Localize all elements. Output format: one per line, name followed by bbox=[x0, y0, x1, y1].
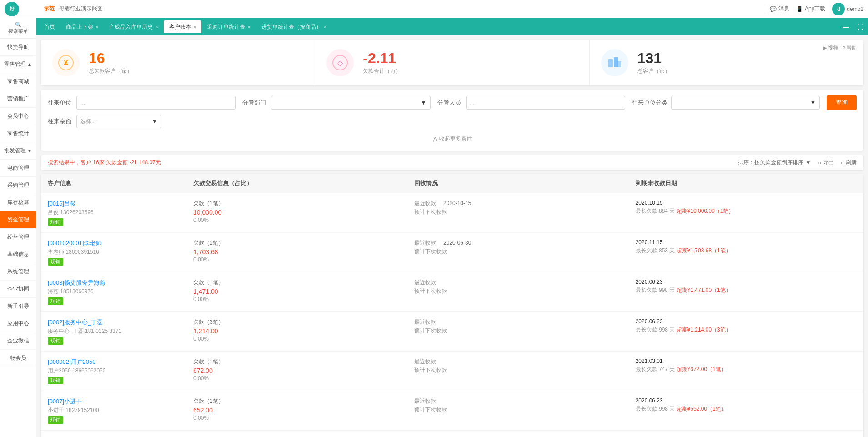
filter-row-2: 往来余额 选择... ▼ bbox=[48, 115, 857, 128]
overdue-amount-link[interactable]: 超期¥10,000.00（1笔） bbox=[677, 208, 734, 214]
filter-row-1: 往来单位 ... 分管部门 ▼ bbox=[48, 95, 857, 110]
sidebar-item-marketing[interactable]: 营销推广 bbox=[0, 90, 36, 108]
balance-label: 往来余额 bbox=[48, 117, 73, 126]
sidebar-item-quick-nav[interactable]: 快捷导航 bbox=[0, 39, 36, 56]
customer-name-link[interactable]: [0016]吕俊 bbox=[48, 200, 193, 208]
sidebar-item-purchase[interactable]: 采购管理 bbox=[0, 177, 36, 194]
collection-next: 预计下次收款 bbox=[414, 287, 635, 295]
filter-dept: 分管部门 ▼ bbox=[242, 96, 430, 110]
debt-customers-number: 16 bbox=[89, 51, 132, 65]
cell-debt-info: 欠款（1笔） 1,703.68 0.00% bbox=[193, 238, 414, 264]
tab-close-products[interactable]: × bbox=[95, 24, 98, 30]
tab-purchase-order[interactable]: 采购订单统计表 × bbox=[201, 20, 256, 33]
results-bar: 搜索结果中，客户 16家 欠款金额 -21,148.07元 排序：按欠款金额倒序… bbox=[41, 155, 863, 170]
svg-rect-4 bbox=[608, 59, 613, 67]
tab-stock-stats[interactable]: 进货单统计表（按商品） × bbox=[256, 20, 332, 33]
svg-text:◇: ◇ bbox=[337, 59, 343, 67]
overdue-amount-link[interactable]: 超期¥1,703.68（1笔） bbox=[677, 247, 731, 254]
debt-count: 欠款（1笔） bbox=[193, 358, 414, 366]
customer-name-link[interactable]: [0002]服务中心_丁磊 bbox=[48, 318, 193, 326]
sidebar-item-enterprise[interactable]: 企业协同 bbox=[0, 281, 36, 298]
sidebar-item-system[interactable]: 系统管理 bbox=[0, 263, 36, 281]
overdue-amount-link[interactable]: 超期¥1,471.00（1笔） bbox=[677, 287, 731, 293]
sidebar-item-retail-mgmt[interactable]: 零售管理 ▲ bbox=[0, 56, 36, 73]
sidebar-item-inventory[interactable]: 库存核算 bbox=[0, 194, 36, 211]
total-customers-label: 总客户（家） bbox=[637, 67, 670, 75]
from-unit-input[interactable]: ... bbox=[76, 96, 236, 110]
cell-collection: 最近收款 预计下次收款 bbox=[414, 397, 635, 415]
balance-select[interactable]: 选择... ▼ bbox=[76, 115, 161, 128]
export-btn[interactable]: ○ 导出 bbox=[818, 159, 834, 166]
overdue-days: 最长欠款 998 天 超期¥652.00（1笔） bbox=[636, 405, 857, 413]
overdue-days: 最长欠款 747 天 超期¥672.00（1笔） bbox=[636, 366, 857, 373]
stat-info-debt-customers: 16 总欠款客户（家） bbox=[89, 51, 132, 75]
sidebar-item-batch-mgmt[interactable]: 批发管理 ▼ bbox=[0, 142, 36, 160]
debt-count: 欠款（3笔） bbox=[193, 318, 414, 326]
customer-tag: 现销 bbox=[48, 297, 63, 305]
header-collection: 回收情况 bbox=[414, 178, 635, 188]
tab-close-stock-stats[interactable]: × bbox=[324, 24, 326, 30]
sidebar-item-vip[interactable]: 畅会员 bbox=[0, 350, 36, 367]
tab-customer-ledger[interactable]: 客户账本 × bbox=[164, 20, 201, 33]
cell-collection: 最近收款 2020-10-15 预计下次收款 bbox=[414, 199, 635, 217]
stat-info-debt-amount: -2.11 欠款合计（万） bbox=[363, 51, 401, 75]
customer-name-link[interactable]: [0007]小进干 bbox=[48, 397, 193, 406]
table-row: [000002]用户2050 用户2050 18665062050 现销 欠款（… bbox=[41, 352, 863, 391]
sidebar-item-finance[interactable]: 资金管理 bbox=[0, 211, 36, 229]
debt-amount-label: 欠款合计（万） bbox=[363, 67, 401, 75]
message-btn[interactable]: 💬 消息 bbox=[770, 5, 789, 13]
cell-customer-info: [0016]吕俊 吕俊 13026203696 现销 bbox=[48, 199, 193, 227]
overdue-date: 2020.06.23 bbox=[636, 397, 857, 404]
search-button[interactable]: 查询 bbox=[827, 95, 857, 110]
tab-products[interactable]: 商品上下架 × bbox=[60, 20, 104, 33]
cell-overdue: 2021.03.01 最长欠款 747 天 超期¥672.00（1笔） bbox=[636, 357, 857, 374]
chevron-down-icon: ▼ bbox=[152, 118, 157, 125]
collapse-row: ⋀ 收起更多条件 bbox=[48, 133, 857, 145]
customer-phone: 用户2050 18665062050 bbox=[48, 367, 193, 375]
cell-collection: 最近收款 预计下次收款 bbox=[414, 357, 635, 375]
collapse-btn[interactable]: ⋀ 收起更多条件 bbox=[433, 135, 472, 143]
sidebar-item-apps[interactable]: 应用中心 bbox=[0, 315, 36, 332]
overdue-amount-link[interactable]: 超期¥672.00（1笔） bbox=[677, 366, 727, 372]
sidebar-item-retail-mall[interactable]: 零售商城 bbox=[0, 73, 36, 90]
unit-category-select[interactable]: ▼ bbox=[671, 96, 820, 110]
sidebar-item-ecommerce[interactable]: 电商管理 bbox=[0, 160, 36, 177]
tab-close-production[interactable]: × bbox=[155, 24, 158, 30]
refresh-icon: ○ bbox=[841, 160, 844, 166]
chevron-down-icon: ▲ bbox=[27, 62, 32, 67]
sidebar-item-basic[interactable]: 基础信息 bbox=[0, 246, 36, 263]
tab-expand-btn[interactable]: ⛶ bbox=[855, 21, 866, 32]
tab-close-customer-ledger[interactable]: × bbox=[193, 24, 196, 30]
svg-text:¥: ¥ bbox=[64, 58, 68, 67]
tab-minimize-btn[interactable]: — bbox=[840, 21, 851, 32]
refresh-btn[interactable]: ○ 刷新 bbox=[841, 159, 857, 166]
sidebar-item-member[interactable]: 会员中心 bbox=[0, 108, 36, 125]
overdue-amount-link[interactable]: 超期¥1,214.00（3笔） bbox=[677, 326, 731, 333]
cell-debt-info: 欠款（1笔） 672.00 0.00% bbox=[193, 357, 414, 382]
tab-close-purchase-order[interactable]: × bbox=[247, 24, 250, 30]
customer-tag: 现销 bbox=[48, 218, 63, 226]
user-avatar[interactable]: d demo2 bbox=[832, 3, 863, 15]
sort-select[interactable]: 排序：按欠款金额倒序排序 ▼ bbox=[738, 159, 811, 166]
app-download-btn[interactable]: 📱 App下载 bbox=[796, 5, 825, 13]
overdue-amount-link[interactable]: 超期¥652.00（1笔） bbox=[677, 406, 727, 412]
tab-home[interactable]: 首页 bbox=[39, 20, 60, 33]
person-input[interactable]: ... bbox=[466, 96, 625, 110]
sidebar-item-newbie[interactable]: 新手引导 bbox=[0, 298, 36, 315]
view-video-link[interactable]: ▶ 视频 bbox=[823, 45, 838, 51]
content-area: 首页 商品上下架 × 产成品入库单历史 × 客户账本 × 采购订单统计表 × bbox=[36, 18, 868, 437]
tab-actions: — ⛶ bbox=[840, 21, 866, 32]
customer-name-link[interactable]: [0003]畅捷服务尹海燕 bbox=[48, 279, 193, 287]
sidebar-item-ops[interactable]: 经营管理 bbox=[0, 229, 36, 246]
dept-select[interactable]: ▼ bbox=[271, 96, 430, 110]
sidebar-item-retail-stats[interactable]: 零售统计 bbox=[0, 125, 36, 142]
customer-name-link[interactable]: [0001020001]李老师 bbox=[48, 239, 193, 247]
cell-overdue: 2020.11.15 最长欠款 853 天 超期¥1,703.68（1笔） bbox=[636, 238, 857, 256]
filter-unit-category: 往来单位分类 ▼ bbox=[632, 96, 820, 110]
debt-count: 欠款（1笔） bbox=[193, 239, 414, 247]
sidebar-item-wxwork[interactable]: 企业微信 bbox=[0, 332, 36, 350]
customer-name-link[interactable]: [000002]用户2050 bbox=[48, 358, 193, 366]
sidebar-search[interactable]: 🔍 搜索菜单 bbox=[0, 18, 36, 39]
tab-production[interactable]: 产成品入库单历史 × bbox=[104, 20, 163, 33]
help-link[interactable]: ? 帮助 bbox=[843, 45, 857, 51]
